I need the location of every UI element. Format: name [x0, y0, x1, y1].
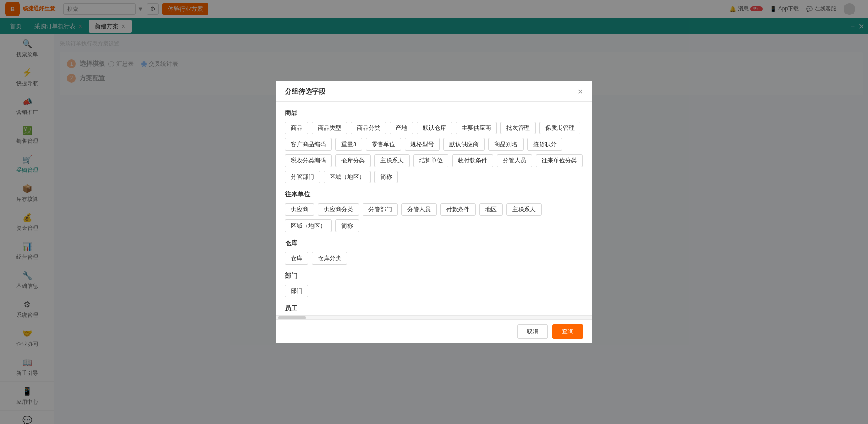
modal-close-button[interactable]: ✕ — [577, 87, 583, 96]
section-department: 部门 部门 — [285, 272, 583, 297]
field-tag-retail-unit[interactable]: 零售单位 — [366, 138, 401, 151]
field-tag-tax-code[interactable]: 税收分类编码 — [285, 154, 332, 167]
field-select-modal: 分组待选字段 ✕ 商品 商品 商品类型 商品分类 产地 默认仓库 主要供应商 — [276, 81, 592, 343]
section-goods-tags: 商品 商品类型 商品分类 产地 默认仓库 主要供应商 批次管理 保质期管理 客户… — [285, 122, 583, 183]
field-tag-partner-dept[interactable]: 分管部门 — [363, 203, 398, 216]
modal-header: 分组待选字段 ✕ — [276, 81, 592, 102]
field-tag-main-supplier[interactable]: 主要供应商 — [456, 122, 497, 134]
field-tag-dept[interactable]: 分管部门 — [285, 171, 320, 183]
field-tag-partner-main-contact[interactable]: 主联系人 — [506, 203, 542, 216]
confirm-button[interactable]: 查询 — [552, 324, 583, 339]
field-tag-goods-type[interactable]: 商品类型 — [312, 122, 347, 134]
section-department-tags: 部门 — [285, 285, 583, 297]
modal-overlay: 分组待选字段 ✕ 商品 商品 商品类型 商品分类 产地 默认仓库 主要供应商 — [54, 34, 868, 424]
field-tag-spec-model[interactable]: 规格型号 — [405, 138, 440, 151]
field-tag-shelf-life[interactable]: 保质期管理 — [539, 122, 580, 134]
field-tag-batch-mgmt[interactable]: 批次管理 — [500, 122, 536, 134]
modal-hscroll-thumb[interactable] — [278, 316, 306, 319]
field-tag-supervisor[interactable]: 分管人员 — [497, 154, 532, 167]
content: 采购订单执行表方案设置 1 选择模板 汇总表 交叉统计表 — [54, 34, 868, 424]
field-tag-abbr[interactable]: 简称 — [374, 171, 398, 183]
field-tag-area[interactable]: 地区 — [479, 203, 503, 216]
section-warehouse-tags: 仓库 仓库分类 — [285, 252, 583, 265]
field-tag-supplier-category[interactable]: 供应商分类 — [318, 203, 359, 216]
field-tag-payment-cond[interactable]: 付款条件 — [440, 203, 476, 216]
cancel-button[interactable]: 取消 — [517, 324, 548, 339]
section-partner-title: 往来单位 — [285, 191, 583, 199]
section-staff: 员工 业务员 — [285, 305, 583, 315]
field-tag-warehouse-cat[interactable]: 仓库分类 — [312, 252, 347, 265]
modal-horizontal-scrollbar[interactable] — [276, 315, 592, 319]
modal-body: 商品 商品 商品类型 商品分类 产地 默认仓库 主要供应商 批次管理 保质期管理… — [276, 102, 592, 315]
field-tag-origin[interactable]: 产地 — [390, 122, 413, 134]
field-tag-pick-points[interactable]: 拣货积分 — [527, 138, 562, 151]
field-tag-goods-category[interactable]: 商品分类 — [351, 122, 386, 134]
field-tag-warehouse-category[interactable]: 仓库分类 — [335, 154, 371, 167]
modal-footer: 取消 查询 — [276, 319, 592, 343]
modal-title: 分组待选字段 — [285, 87, 326, 96]
section-department-title: 部门 — [285, 272, 583, 280]
field-tag-partner-region[interactable]: 区域（地区） — [285, 219, 332, 232]
field-tag-warehouse[interactable]: 仓库 — [285, 252, 308, 265]
field-tag-partner-category[interactable]: 往来单位分类 — [536, 154, 583, 167]
field-tag-partner-supervisor[interactable]: 分管人员 — [401, 203, 437, 216]
field-tag-department[interactable]: 部门 — [285, 285, 308, 297]
section-warehouse-title: 仓库 — [285, 239, 583, 248]
field-tag-default-supplier[interactable]: 默认供应商 — [443, 138, 485, 151]
field-tag-weight3[interactable]: 重量3 — [335, 138, 362, 151]
field-tag-settlement-unit[interactable]: 结算单位 — [413, 154, 448, 167]
section-goods-title: 商品 — [285, 109, 583, 117]
section-partner: 往来单位 供应商 供应商分类 分管部门 分管人员 付款条件 地区 主联系人 区域… — [285, 191, 583, 232]
section-warehouse: 仓库 仓库 仓库分类 — [285, 239, 583, 265]
field-tag-region[interactable]: 区域（地区） — [324, 171, 371, 183]
field-tag-main-contact[interactable]: 主联系人 — [374, 154, 410, 167]
field-tag-partner-abbr[interactable]: 简称 — [335, 219, 359, 232]
field-tag-customer-code[interactable]: 客户商品编码 — [285, 138, 332, 151]
field-tag-default-warehouse[interactable]: 默认仓库 — [417, 122, 452, 134]
section-goods: 商品 商品 商品类型 商品分类 产地 默认仓库 主要供应商 批次管理 保质期管理… — [285, 109, 583, 183]
field-tag-supplier[interactable]: 供应商 — [285, 203, 314, 216]
main-layout: 🔍 搜索菜单 ⚡ 快捷导航 📣 营销推广 💹 销售管理 🛒 采购管理 📦 库存核… — [0, 34, 868, 424]
field-tag-payment-terms[interactable]: 收付款条件 — [452, 154, 493, 167]
field-tag-goods[interactable]: 商品 — [285, 122, 308, 134]
field-tag-goods-alias[interactable]: 商品别名 — [488, 138, 524, 151]
section-partner-tags: 供应商 供应商分类 分管部门 分管人员 付款条件 地区 主联系人 区域（地区） … — [285, 203, 583, 232]
section-staff-title: 员工 — [285, 305, 583, 313]
